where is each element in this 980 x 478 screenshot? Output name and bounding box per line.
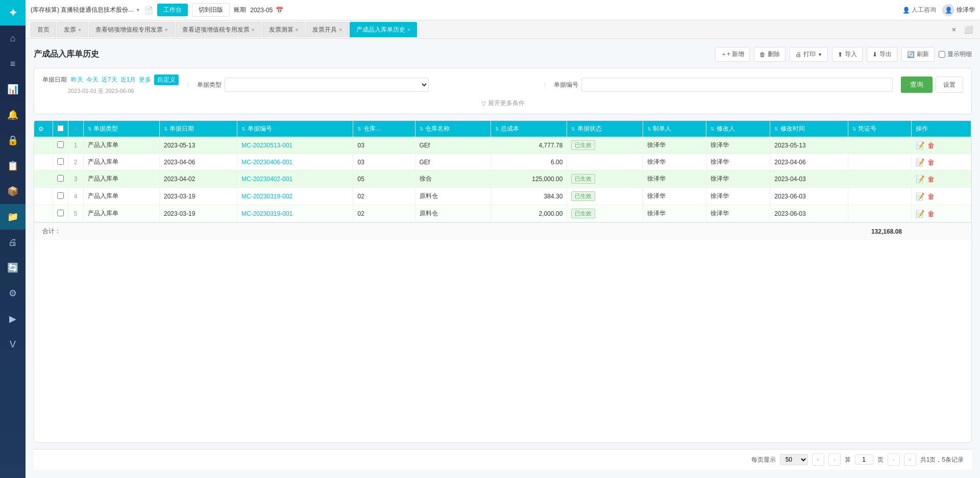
help-button[interactable]: 👤 人工咨询 [902,6,936,14]
chart-icon: 📊 [7,84,18,95]
tab-close-history[interactable]: × [407,27,410,33]
row-edit-btn[interactable]: 📝 [916,210,924,218]
th-voucher-no[interactable]: ⇅ 凭证号 [848,121,912,137]
sidebar-item-archive[interactable]: 📁 [0,204,26,230]
export-button[interactable]: ⬇ 导出 [867,47,897,62]
th-total-cost[interactable]: ⇅ 总成本 [491,121,567,137]
row-delete-btn[interactable]: 🗑 [927,158,935,166]
doc-no-link[interactable]: MC-20230402-001 [241,175,292,183]
sidebar-item-print[interactable]: 🖨 [0,230,26,255]
sidebar-item-version[interactable]: V [0,332,26,357]
row-checkbox[interactable] [57,175,64,182]
tab-open[interactable]: 发票开具 × [306,22,349,37]
th-doc-type[interactable]: ⇅ 单据类型 [83,121,159,137]
switch-version-button[interactable]: 切到旧版 [192,3,230,17]
sidebar-item-chart[interactable]: 📊 [0,77,26,102]
doc-no-link[interactable]: MC-20230513-001 [241,142,292,149]
row-edit-btn[interactable]: 📝 [916,158,924,166]
sidebar-item-inventory[interactable]: 📦 [0,179,26,204]
th-settings[interactable]: ⚙ [34,121,53,137]
row-edit-btn[interactable]: 📝 [916,175,924,183]
tab-invoice[interactable]: 发票 × [57,22,88,37]
row-checkbox[interactable] [57,158,64,165]
tab-vat-input[interactable]: 查看进项增值税专用发票 × [176,22,261,37]
row-edit-btn[interactable]: 📝 [916,141,924,149]
sidebar-item-notify[interactable]: 🔔 [0,102,26,128]
td-doc-type: 产品入库单 [83,137,159,154]
doc-no-input[interactable] [581,78,893,92]
sidebar-item-sync[interactable]: 🔄 [0,255,26,281]
doc-type-select[interactable]: 产品入库单 [225,78,429,92]
sidebar-item-lock[interactable]: 🔒 [0,128,26,153]
row-delete-btn[interactable]: 🗑 [927,210,935,218]
row-checkbox[interactable] [57,141,64,148]
td-doc-status: 已生效 [567,137,643,154]
row-checkbox[interactable] [57,210,64,216]
sidebar-item-run[interactable]: ▶ [0,306,26,332]
tab-close-calc[interactable]: × [296,27,299,33]
th-creator[interactable]: ⇅ 制单人 [643,121,706,137]
row-edit-btn[interactable]: 📝 [916,192,924,200]
th-modify-time[interactable]: ⇅ 修改时间 [770,121,848,137]
date-filter-group: 单据日期 昨天 今天 近7天 近1月 更多 自定义 2023-01-01 至 2… [42,74,179,95]
th-doc-no[interactable]: ⇅ 单据编号 [237,121,353,137]
td-doc-no: MC-20230319-001 [237,205,353,222]
date-opt-7days[interactable]: 近7天 [102,76,117,84]
table-body: 1 产品入库单 2023-05-13 MC-20230513-001 03 GE… [34,137,971,222]
tab-close-all-icon[interactable]: × [950,24,958,35]
th-doc-date[interactable]: ⇅ 单据日期 [159,121,237,137]
tab-close-vat-output[interactable]: × [165,27,168,33]
tab-close-invoice[interactable]: × [78,27,81,33]
first-page-btn[interactable]: « [812,454,824,466]
doc-no-link[interactable]: MC-20230319-001 [241,210,292,217]
sidebar-item-docs[interactable]: 📋 [0,153,26,179]
column-settings-icon[interactable]: ⚙ [38,125,44,133]
date-opt-custom[interactable]: 自定义 [154,74,179,85]
sidebar-item-menu[interactable]: ≡ [0,51,26,77]
tab-close-vat-input[interactable]: × [252,27,255,33]
last-page-btn[interactable]: » [904,454,916,466]
date-opt-today[interactable]: 今天 [86,76,99,84]
tab-close-open[interactable]: × [339,27,342,33]
per-page-select[interactable]: 20 50 100 [780,454,808,465]
date-opt-more[interactable]: 更多 [139,76,151,84]
tab-vat-output[interactable]: 查看销项增值税专用发票 × [89,22,175,37]
td-num: 5 [68,205,83,222]
company-selector[interactable]: (库存核算) 直播轻捷通信息技术股份... ▼ [31,6,140,14]
row-delete-btn[interactable]: 🗑 [927,141,935,149]
doc-no-link[interactable]: MC-20230406-001 [241,159,292,166]
row-delete-btn[interactable]: 🗑 [927,175,935,183]
select-all-checkbox[interactable] [57,125,64,132]
page-input[interactable] [855,455,873,465]
new-button[interactable]: ＋ + 新增 [715,47,750,62]
tab-home[interactable]: 首页 [31,22,56,37]
workbench-button[interactable]: 工作台 [157,4,188,16]
th-doc-status[interactable]: ⇅ 单据状态 [567,121,643,137]
th-modifier[interactable]: ⇅ 修改人 [706,121,770,137]
next-page-btn[interactable]: › [888,454,900,466]
lock-icon: 🔒 [7,135,18,146]
sidebar-item-home[interactable]: ⌂ [0,26,26,51]
tab-maximize-icon[interactable]: ⬜ [962,24,975,35]
display-detail-checkbox[interactable] [939,51,945,58]
tab-history[interactable]: 产成品入库单历史 × [350,22,417,37]
filter-setting-button[interactable]: 设置 [936,77,963,93]
th-warehouse-name[interactable]: ⇅ 仓库名称 [415,121,491,137]
import-button[interactable]: ⬆ 导入 [832,47,863,62]
tab-calc[interactable]: 发票测算 × [262,22,305,37]
date-opt-yesterday[interactable]: 昨天 [71,76,83,84]
sidebar-item-settings[interactable]: ⚙ [0,281,26,306]
doc-no-link[interactable]: MC-20230319-002 [241,193,292,200]
calendar-icon[interactable]: 📅 [276,7,283,14]
query-button[interactable]: 查询 [901,77,933,93]
delete-button[interactable]: 🗑 删除 [754,47,786,62]
expand-more-btn[interactable]: ▽ 展开更多条件 [42,99,963,108]
row-delete-btn[interactable]: 🗑 [927,192,935,200]
prev-page-btn[interactable]: ‹ [828,454,841,466]
user-menu[interactable]: 👤 徐泽华 [942,4,975,16]
refresh-button[interactable]: 🔄 刷新 [901,47,935,62]
row-checkbox[interactable] [57,192,64,199]
date-opt-1month[interactable]: 近1月 [120,76,136,84]
th-warehouse-code[interactable]: ⇅ 仓库... [353,121,415,137]
print-button[interactable]: 🖨 打印 ▼ [790,47,828,62]
